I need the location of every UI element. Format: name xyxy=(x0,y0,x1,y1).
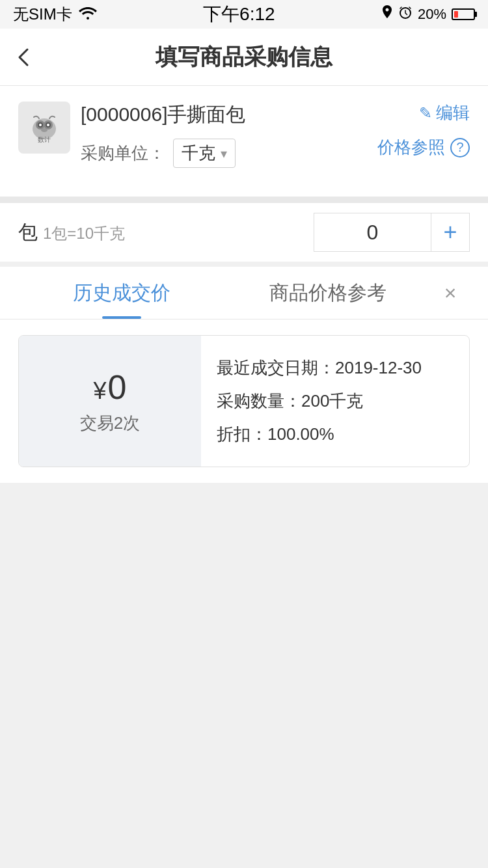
nav-bar: 填写商品采购信息 xyxy=(0,29,488,86)
transaction-summary: ¥ 0 交易2次 xyxy=(19,336,201,467)
transaction-count: 交易2次 xyxy=(80,412,140,435)
svg-point-8 xyxy=(41,128,47,132)
quantity-plus-button[interactable]: + xyxy=(431,213,470,252)
quantity-conversion-label: 1包=10千克 xyxy=(43,223,125,244)
purchase-unit-label: 采购单位： xyxy=(81,142,165,165)
battery-percent: 20% xyxy=(418,6,446,23)
product-info: [0000006]手撕面包 采购单位： 千克 ▾ xyxy=(81,102,377,168)
recent-date-row: 最近成交日期：2019-12-30 xyxy=(217,355,454,381)
unit-select[interactable]: 千克 ▾ xyxy=(173,139,236,168)
tab-history-price[interactable]: 历史成交价 xyxy=(18,267,224,319)
edit-icon: ✎ xyxy=(419,104,432,122)
unit-value: 千克 xyxy=(182,142,215,165)
status-bar: 无SIM卡 下午6:12 20% xyxy=(0,0,488,29)
product-card: 数计 [0000006]手撕面包 采购单位： 千克 ▾ ✎ 编辑 xyxy=(0,86,488,197)
chevron-down-icon: ▾ xyxy=(221,146,227,161)
currency-symbol: ¥ xyxy=(94,377,107,405)
product-name: [0000006]手撕面包 xyxy=(81,102,377,128)
tabs-section: 历史成交价 商品价格参考 × ¥ 0 交易2次 最近成交日期：2019-12-3… xyxy=(0,267,488,483)
price-ref-actions: ✎ 编辑 价格参照 ? xyxy=(377,102,470,159)
alarm-icon xyxy=(398,5,413,23)
quantity-row: 包 1包=10千克 + xyxy=(0,203,488,262)
status-carrier: 无SIM卡 xyxy=(13,4,97,25)
status-time: 下午6:12 xyxy=(203,2,275,27)
price-value: 0 xyxy=(108,368,127,407)
transaction-details: 最近成交日期：2019-12-30 采购数量：200千克 折扣：100.00% xyxy=(201,336,469,467)
transaction-card: ¥ 0 交易2次 最近成交日期：2019-12-30 采购数量：200千克 折扣… xyxy=(18,335,470,467)
back-button[interactable] xyxy=(16,44,31,70)
price-ref-button[interactable]: 价格参照 ? xyxy=(377,136,470,159)
product-left: 数计 [0000006]手撕面包 采购单位： 千克 ▾ xyxy=(18,102,377,168)
quantity-input-area: + xyxy=(314,213,470,252)
quantity-unit-label: 包 xyxy=(18,219,38,246)
svg-point-7 xyxy=(47,124,49,126)
transaction-price: ¥ 0 xyxy=(94,368,127,407)
tab-close-button[interactable]: × xyxy=(431,267,470,319)
tabs-header: 历史成交价 商品价格参考 × xyxy=(0,267,488,319)
svg-text:数计: 数计 xyxy=(38,136,51,143)
section-divider xyxy=(0,197,488,203)
purchase-qty-row: 采购数量：200千克 xyxy=(217,388,454,414)
page-title: 填写商品采购信息 xyxy=(156,42,332,72)
help-icon[interactable]: ? xyxy=(450,138,470,157)
main-content xyxy=(0,483,488,868)
purchase-unit-row: 采购单位： 千克 ▾ xyxy=(81,139,377,168)
transaction-list: ¥ 0 交易2次 最近成交日期：2019-12-30 采购数量：200千克 折扣… xyxy=(0,319,488,483)
tab-active-indicator xyxy=(102,316,141,319)
tab-price-reference[interactable]: 商品价格参考 xyxy=(224,267,431,319)
product-thumbnail: 数计 xyxy=(18,102,70,154)
wifi-icon xyxy=(79,5,97,23)
discount-row: 折扣：100.00% xyxy=(217,422,454,447)
battery-icon xyxy=(452,8,475,20)
quantity-label-area: 包 1包=10千克 xyxy=(18,219,125,246)
location-icon xyxy=(381,5,393,23)
edit-button[interactable]: ✎ 编辑 xyxy=(419,102,470,124)
quantity-input[interactable] xyxy=(314,213,431,252)
status-indicators: 20% xyxy=(381,5,475,23)
product-header: 数计 [0000006]手撕面包 采购单位： 千克 ▾ ✎ 编辑 xyxy=(18,102,470,168)
svg-point-6 xyxy=(39,124,42,126)
